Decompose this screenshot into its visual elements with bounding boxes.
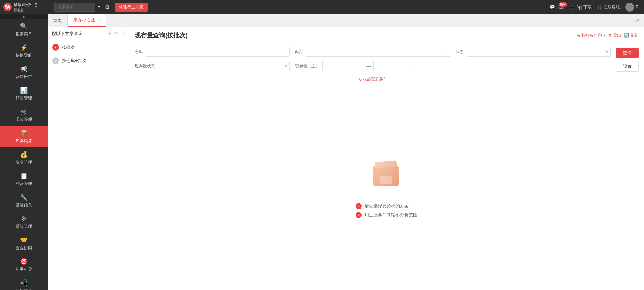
left-panel-title: 按以下方案查询 [52,31,83,37]
filter-item-warehouse-batch[interactable]: ○ 按仓库+批次 [48,54,129,68]
warehouse-more-icon[interactable]: ··· [284,49,288,54]
sidebar-scroll-up[interactable]: ▲ [0,14,48,19]
sidebar-item-inventory[interactable]: 📦 库存核算 [0,126,48,147]
inventory-status-select-wrap: ▾ [158,61,290,71]
sidebar-item-label: 销售管理 [16,95,32,101]
column-settings-button[interactable]: 设置 [616,61,639,72]
page-title: 现存量查询(按批次) [135,31,188,39]
export-button[interactable]: ⬆ 导出 [608,33,621,38]
filter-row-2: 现存量状态 ▾ 现存量（主） — [135,61,611,71]
empty-illustration [366,156,407,196]
purchase-icon: 🛒 [20,108,28,115]
sidebar-item-operations[interactable]: 📋 经营管理 [0,169,48,190]
left-panel-header: 按以下方案查询 ＋ ⊙ 《 [48,27,129,40]
sidebar-item-corp[interactable]: 🤝 企业协同 [0,233,48,254]
sidebar-item-marketing[interactable]: 📢 营销推广 [0,62,48,83]
sidebar-item-label: 新手引导 [16,267,32,272]
sidebar-item-appstore[interactable]: 📲 应用中心 [0,276,48,290]
query-button[interactable]: 查询 [616,48,639,58]
status-label: 状态 [456,49,464,55]
tab-home[interactable]: 首页 [48,14,68,27]
operations-icon: 📋 [20,172,28,180]
inventory-status-label: 现存量状态 [135,63,155,69]
status-select[interactable] [467,47,611,57]
inventory-icon: 📦 [20,129,28,137]
sidebar-item-label: 营销推广 [16,74,32,80]
print-dropdown-icon: ▾ [604,33,606,38]
messages-btn[interactable]: 💬 消息 99+ [550,4,564,10]
service-label: 在线客服 [604,4,620,10]
sidebar-item-search[interactable]: 🔍 搜索菜单 [0,19,48,40]
filter-item-batch[interactable]: ● 按批次 [48,40,129,54]
gear-icon: ⚙ [105,4,110,11]
product-input-wrap: ··· [306,47,450,57]
refresh-icon: 🔄 [624,33,629,38]
sidebar-item-label: 企业协同 [16,245,32,251]
sidebar-item-quicknav[interactable]: ⚡ 快捷导航 [0,40,48,62]
title-actions: 🖨 按模板打印 ▾ ⬆ 导出 🔄 刷新 [576,33,639,38]
sidebar-item-label: 搜索菜单 [16,31,32,37]
warehouse-batch-icon: ○ [52,57,59,64]
headset-icon: 🎧 [597,5,602,10]
top-header: 畅 畅康通好生意 标准版 ▾ ⚙ 体验行业方案 💬 消息 99+ 📱 App下载… [0,0,644,14]
app-download-btn[interactable]: 📱 App下载 [570,4,592,10]
empty-state: 1 请先选择要分析的方案 2 用过滤条件来缩小分析范围 [129,84,644,290]
newguide-icon: 🎯 [20,258,28,265]
refresh-label: 刷新 [630,33,639,38]
batch-icon: ● [52,44,59,51]
settings-icon-btn[interactable]: ⚙ [103,2,112,12]
user-avatar-btn[interactable]: Rit [625,3,641,12]
sidebar-item-finance[interactable]: 💰 资金管理 [0,147,48,169]
nav-search-input[interactable] [54,3,95,12]
app-label: App下载 [576,4,592,10]
appstore-icon: 📲 [20,279,28,287]
sidebar-item-newguide[interactable]: 🎯 新手引导 [0,254,48,276]
inventory-qty-to-input[interactable] [373,61,414,71]
online-service-btn[interactable]: 🎧 在线客服 [597,4,620,10]
panel-close-button[interactable]: ✕ [631,17,644,24]
refresh-button[interactable]: 🔄 刷新 [624,33,639,38]
sidebar-item-label: 库存核算 [16,138,32,144]
version-label: 标准版 [14,8,38,13]
qty-dash: — [366,63,371,69]
scheme-settings-btn[interactable]: ⊙ [114,31,118,36]
inventory-status-cell: 现存量状态 ▾ [135,61,290,71]
warehouse-filter-cell: 仓库 ··· [135,47,290,57]
sales-icon: 📊 [20,87,28,94]
content-area: 首页 库存批次账 × ✕ 按以下方案查询 ＋ ⊙ 《 [48,14,644,290]
collapse-row[interactable]: ∧ 收起更多条件 [135,75,611,84]
sidebar-item-system[interactable]: ⚙ 系统管理 [0,212,48,233]
add-scheme-btn[interactable]: ＋ [107,31,112,37]
warehouse-input[interactable] [146,47,290,57]
sidebar-item-purchase[interactable]: 🛒 采购管理 [0,105,48,126]
experience-button[interactable]: 体验行业方案 [115,3,148,12]
sidebar-item-sales[interactable]: 📊 销售管理 [0,83,48,105]
product-more-icon[interactable]: ··· [445,49,448,54]
marketing-icon: 📢 [20,65,28,73]
product-label: 商品 [295,49,303,55]
inventory-qty-from-input[interactable] [322,61,363,71]
inventory-status-select[interactable] [158,61,290,71]
filter-row-1: 仓库 ··· 商品 ··· [135,47,611,57]
sidebar-item-label: 资金管理 [16,160,32,165]
product-filter-cell: 商品 ··· [295,47,450,57]
tab-close-icon[interactable]: × [99,18,101,22]
status-filter-cell: 状态 ▾ [456,47,611,57]
print-icon: 🖨 [576,33,580,38]
app-icon: 📱 [570,5,575,10]
sidebar: ▲ 🔍 搜索菜单 ⚡ 快捷导航 📢 营销推广 📊 销售管理 🛒 采购管理 📦 库… [0,14,48,290]
sidebar-item-basic[interactable]: 🔧 基础信息 [0,190,48,212]
sidebar-item-label: 快捷导航 [16,53,32,58]
panel-collapse-btn[interactable]: 《 [120,31,125,37]
quicknav-icon: ⚡ [20,44,28,51]
tab-inventory-batch[interactable]: 库存批次账 × [68,14,106,27]
product-input[interactable] [306,47,450,57]
print-button[interactable]: 🖨 按模板打印 ▾ [576,33,606,38]
tip-text-2: 用过滤条件来缩小分析范围 [365,212,418,218]
nav-dropdown-btn[interactable]: ▾ [98,5,100,10]
corp-icon: 🤝 [20,236,28,244]
status-select-wrap: ▾ [467,47,611,57]
sidebar-item-label: 应用中心 [16,288,32,290]
left-filter-panel: 按以下方案查询 ＋ ⊙ 《 ● 按批次 ○ 按仓库+批次 [48,27,129,290]
action-buttons: 查询 设置 [616,47,639,72]
